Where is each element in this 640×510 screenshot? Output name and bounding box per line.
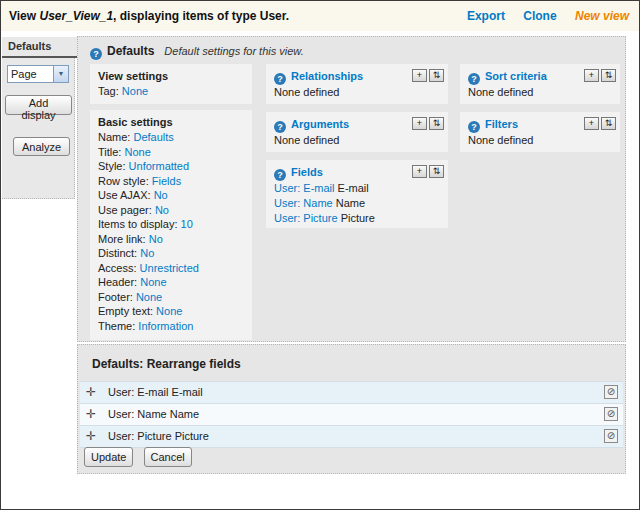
fields-box: ?Fields + ⇅ User: E-mail E-mail User: Na… [266,160,448,228]
title-suffix: , displaying items of type User. [113,9,289,23]
tag-value-link[interactable]: None [122,85,148,97]
update-button[interactable]: Update [84,447,133,467]
rearrange-fields-button[interactable]: ⇅ [429,165,444,178]
help-icon[interactable]: ? [90,48,102,60]
export-link[interactable]: Export [467,9,505,23]
rearrange-fields-panel: Defaults: Rearrange fields ✛ User: E-mai… [77,344,626,474]
analyze-button[interactable]: Analyze [13,137,70,156]
field-item-label: E-mail [335,182,369,194]
setting-value-link[interactable]: None [125,146,151,158]
help-icon[interactable]: ? [274,169,286,181]
table-row: ✛ User: Name Name ⊘ [80,404,623,426]
add-display-button[interactable]: Add display [5,95,72,115]
setting-value-link[interactable]: No [149,233,163,245]
panel-heading-subtitle: Default settings for this view. [164,45,303,57]
row-label: User: E-mail E-mail [108,382,203,403]
setting-label: Distinct: [98,247,137,259]
display-type-select[interactable]: Page ▼ [7,65,69,83]
display-sidebar: Page ▼ Add display Analyze [2,58,75,199]
help-icon[interactable]: ? [468,73,480,85]
remove-field-button[interactable]: ⊘ [604,429,618,443]
field-item-label: Picture [338,212,375,224]
filters-link[interactable]: Filters [485,118,518,130]
setting-label: Footer: [98,291,133,303]
remove-field-button[interactable]: ⊘ [604,407,618,421]
arguments-empty-text: None defined [274,133,440,148]
setting-value-link[interactable]: Information [138,320,193,332]
table-row: ✛ User: E-mail E-mail ⊘ [80,381,623,404]
view-name: User_View_1 [39,9,113,23]
setting-value-link[interactable]: None [136,291,162,303]
add-field-button[interactable]: + [412,165,427,178]
rearrange-filters-button[interactable]: ⇅ [601,117,616,130]
view-header: View User_View_1, displaying items of ty… [1,1,639,31]
rearrange-title: Defaults: Rearrange fields [92,357,241,371]
setting-value-link[interactable]: No [140,247,154,259]
panel-heading-title: Defaults [107,44,154,58]
tag-label: Tag: [98,85,119,97]
arguments-box: ?Arguments + ⇅ None defined [266,112,448,152]
drag-handle-icon[interactable]: ✛ [86,382,96,403]
setting-label: Items to display: [98,218,177,230]
field-item-label: Name [333,197,365,209]
add-relationship-button[interactable]: + [412,69,427,82]
setting-label: Title: [98,146,121,158]
setting-label: Use AJAX: [98,189,151,201]
rearrange-arguments-button[interactable]: ⇅ [429,117,444,130]
relationships-empty-text: None defined [274,85,440,100]
relationships-link[interactable]: Relationships [291,70,363,82]
setting-value-link[interactable]: 10 [181,218,193,230]
drag-handle-icon[interactable]: ✛ [86,404,96,425]
add-sort-button[interactable]: + [584,69,599,82]
help-icon[interactable]: ? [274,73,286,85]
setting-value-link[interactable]: No [155,204,169,216]
setting-label: Style: [98,160,126,172]
basic-settings-title: Basic settings [98,115,244,130]
title-prefix: View [9,9,39,23]
help-icon[interactable]: ? [274,121,286,133]
setting-value-link[interactable]: None [156,305,182,317]
setting-value-link[interactable]: Defaults [133,131,173,143]
page-title: View User_View_1, displaying items of ty… [9,1,289,31]
setting-label: Name: [98,131,130,143]
add-argument-button[interactable]: + [412,117,427,130]
display-settings-panel: ?DefaultsDefault settings for this view.… [77,36,626,342]
setting-value-link[interactable]: No [154,189,168,201]
field-item-link[interactable]: User: Picture [274,212,338,224]
setting-value-link[interactable]: Fields [152,175,181,187]
remove-field-button[interactable]: ⊘ [604,385,618,399]
rearrange-rows: ✛ User: E-mail E-mail ⊘ ✛ User: Name Nam… [80,381,623,448]
setting-label: Header: [98,276,137,288]
view-settings-box: View settings Tag: None [90,64,252,104]
fields-link[interactable]: Fields [291,166,323,178]
setting-label: Theme: [98,320,135,332]
views-ui-page: View User_View_1, displaying items of ty… [0,0,640,510]
table-row: ✛ User: Picture Picture ⊘ [80,426,623,448]
sort-criteria-link[interactable]: Sort criteria [485,70,547,82]
field-item-link[interactable]: User: E-mail [274,182,335,194]
clone-link[interactable]: Clone [523,9,556,23]
setting-value-link[interactable]: Unrestricted [140,262,199,274]
rearrange-relationships-button[interactable]: ⇅ [429,69,444,82]
relationships-box: ?Relationships + ⇅ None defined [266,64,448,104]
display-type-value: Page [11,66,37,82]
help-icon[interactable]: ? [468,121,480,133]
form-actions: Update Cancel [84,447,199,467]
drag-handle-icon[interactable]: ✛ [86,426,96,447]
filters-box: ?Filters + ⇅ None defined [460,112,620,152]
tab-defaults[interactable]: Defaults [2,37,85,58]
row-label: User: Name Name [108,404,199,425]
setting-label: More link: [98,233,146,245]
setting-value-link[interactable]: Unformatted [129,160,190,172]
new-view-link[interactable]: New view [575,9,629,23]
rearrange-sorts-button[interactable]: ⇅ [601,69,616,82]
arguments-link[interactable]: Arguments [291,118,349,130]
basic-settings-box: Basic settings Name: Defaults Title: Non… [90,110,252,340]
field-item-link[interactable]: User: Name [274,197,333,209]
cancel-button[interactable]: Cancel [144,447,192,467]
row-label: User: Picture Picture [108,426,209,447]
setting-label: Row style: [98,175,149,187]
sort-criteria-empty-text: None defined [468,85,612,100]
add-filter-button[interactable]: + [584,117,599,130]
setting-value-link[interactable]: None [140,276,166,288]
